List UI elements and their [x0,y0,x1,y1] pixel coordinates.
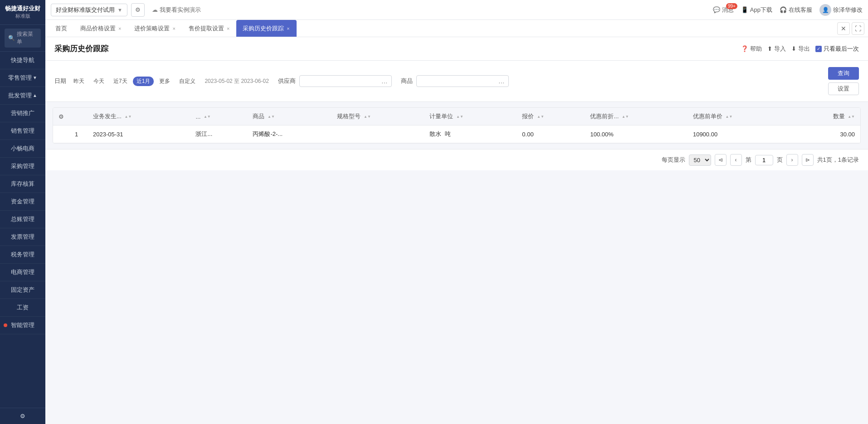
messages-button[interactable]: 💬 消息 99+ [713,6,734,14]
filter-actions: 查询 设置 [828,67,859,95]
next-page-button[interactable]: › [786,154,798,166]
sidebar-item-smart[interactable]: 智能管理 [0,317,45,334]
tab-purchase-strategy-close[interactable]: × [172,26,175,31]
date-opt-custom[interactable]: 自定义 [176,77,199,86]
content-area: 采购历史价跟踪 ❓ 帮助 ⬆ 导入 ⬇ 导出 ✓ 只看最后一次 [45,37,868,424]
sort-icon: ▲▼ [124,115,132,119]
th-price[interactable]: 报价 ▲▼ [517,108,585,125]
user-name: 徐泽华修改 [833,6,863,14]
version-selector[interactable]: 好业财标准版交付试用 ▼ [51,4,127,16]
sidebar-item-capital[interactable]: 资金管理 [0,193,45,211]
settings-button[interactable]: 设置 [828,82,859,95]
page-unit: 页 [777,156,783,164]
only-last-checkbox[interactable]: ✓ 只看最后一次 [815,45,859,53]
import-button[interactable]: ⬆ 导入 [767,45,786,53]
row-discount: 100.00% [585,125,687,143]
sidebar-item-inventory[interactable]: 库存核算 [0,175,45,193]
per-page-label: 每页显示 [662,156,685,164]
tab-purchase-history-close[interactable]: × [287,26,289,31]
tab-close-button[interactable]: ✕ [837,22,850,35]
data-table: ⚙ 业务发生... ▲▼ ... ▲▼ 商品 ▲▼ [53,108,860,143]
service-icon: 🎧 [780,6,787,13]
tab-goods-price-close[interactable]: × [118,26,121,31]
th-goods[interactable]: 商品 ▲▼ [247,108,332,125]
sidebar-search-button[interactable]: 🔍 搜索菜单 [5,29,41,48]
sidebar-bottom-settings[interactable]: ⚙ [0,408,45,424]
th-gear[interactable]: ⚙ [53,108,69,125]
th-quantity[interactable]: 数量 ▲▼ [792,108,860,125]
sidebar-item-general-ledger[interactable]: 总账管理 [0,211,45,228]
sidebar-item-ecommerce-small[interactable]: 小畅电商 [0,140,45,158]
first-page-button[interactable]: ⊲ [715,154,727,166]
goods-input[interactable] [420,78,497,85]
sidebar-item-tax[interactable]: 税务管理 [0,246,45,264]
demo-button[interactable]: ☁ 我要看实例演示 [152,6,201,14]
tab-expand-button[interactable]: ⛶ [852,22,864,35]
topbar-settings-button[interactable]: ⚙ [131,3,145,17]
th-discount[interactable]: 优惠前折... ▲▼ [585,108,687,125]
sidebar-item-salary[interactable]: 工资 [0,299,45,317]
sidebar-item-retail[interactable]: 零售管理 ▼ [0,69,45,87]
supplier-dots[interactable]: … [381,77,388,85]
per-page-select[interactable]: 50 [689,154,711,166]
last-page-button[interactable]: ⊳ [802,154,814,166]
sort-icon: ▲▼ [622,115,629,119]
message-icon: 💬 [713,6,720,13]
page-header: 采购历史价跟踪 ❓ 帮助 ⬆ 导入 ⬇ 导出 ✓ 只看最后一次 [45,37,868,61]
user-menu-button[interactable]: 👤 徐泽华修改 [819,4,863,16]
date-opt-7days[interactable]: 近7天 [110,77,131,86]
online-service-label: 在线客服 [789,6,812,14]
page-input[interactable] [755,155,773,165]
sidebar-item-marketing[interactable]: 营销推广 [0,105,45,122]
query-button[interactable]: 查询 [828,67,859,80]
sidebar-item-sales[interactable]: 销售管理 [0,122,45,140]
sidebar-item-ecommerce[interactable]: 电商管理 [0,264,45,281]
avatar: 👤 [819,4,831,16]
table-row: 1 2023-05-31 浙江... 丙烯酸-2-... 散水 吨 0.00 1… [53,125,860,143]
date-opt-1month[interactable]: 近1月 [133,77,154,86]
prev-page-button[interactable]: ‹ [730,154,742,166]
logo-title: 畅捷通好业财 [4,5,42,13]
checkbox-icon: ✓ [815,46,822,52]
export-label: 导出 [798,45,810,53]
th-more[interactable]: ... ▲▼ [190,108,247,125]
th-pre-discount-price[interactable]: 优惠前单价 ▲▼ [688,108,792,125]
user-icon: 👤 [822,7,829,13]
th-unit[interactable]: 计量单位 ▲▼ [424,108,517,125]
sidebar: 畅捷通好业财 标准版 🔍 搜索菜单 快捷导航 零售管理 ▼ 批发管理 ▲ 营销推… [0,0,45,424]
tab-sale-price-close[interactable]: × [227,26,229,31]
wholesale-label: 批发管理 [8,92,32,100]
supplier-input[interactable] [303,78,380,85]
online-service-button[interactable]: 🎧 在线客服 [780,6,812,14]
sidebar-item-purchase[interactable]: 采购管理 [0,158,45,175]
app-download-button[interactable]: 📱 App下载 [741,6,772,14]
expand-icon: ⛶ [855,25,861,32]
tab-purchase-history[interactable]: 采购历史价跟踪 × [236,20,296,37]
prev-page-icon: ‹ [735,157,737,163]
sort-icon: ▲▼ [364,115,371,119]
sidebar-item-invoice[interactable]: 发票管理 [0,228,45,246]
goods-dots[interactable]: … [498,77,505,85]
th-biz-date[interactable]: 业务发生... ▲▼ [88,108,190,125]
row-pre-discount-price: 10900.00 [688,125,792,143]
sidebar-item-quick-nav[interactable]: 快捷导航 [0,52,45,69]
only-last-label: 只看最后一次 [824,45,859,53]
supplier-input-box[interactable]: … [299,75,392,87]
export-button[interactable]: ⬇ 导出 [791,45,810,53]
sidebar-item-wholesale[interactable]: 批发管理 ▲ [0,87,45,105]
tab-goods-price[interactable]: 商品价格设置 × [74,20,128,37]
date-opt-today[interactable]: 今天 [90,77,108,86]
date-filter-group: 日期 昨天 今天 近7天 近1月 更多 自定义 2023-05-02 至 202… [54,77,269,86]
th-spec[interactable]: 规格型号 ▲▼ [332,108,424,125]
help-button[interactable]: ❓ 帮助 [741,45,762,53]
row-biz-date: 2023-05-31 [88,125,190,143]
tab-purchase-strategy[interactable]: 进价策略设置 × [128,20,182,37]
goods-input-box[interactable]: … [416,75,509,87]
page-label: 第 [746,156,751,164]
sidebar-item-fixed-assets[interactable]: 固定资产 [0,281,45,299]
date-opt-more[interactable]: 更多 [156,77,174,86]
tab-sale-price[interactable]: 售价提取设置 × [182,20,236,37]
date-opt-yesterday[interactable]: 昨天 [70,77,88,86]
tab-home[interactable]: 首页 [49,20,74,37]
row-more: 浙江... [190,125,247,143]
